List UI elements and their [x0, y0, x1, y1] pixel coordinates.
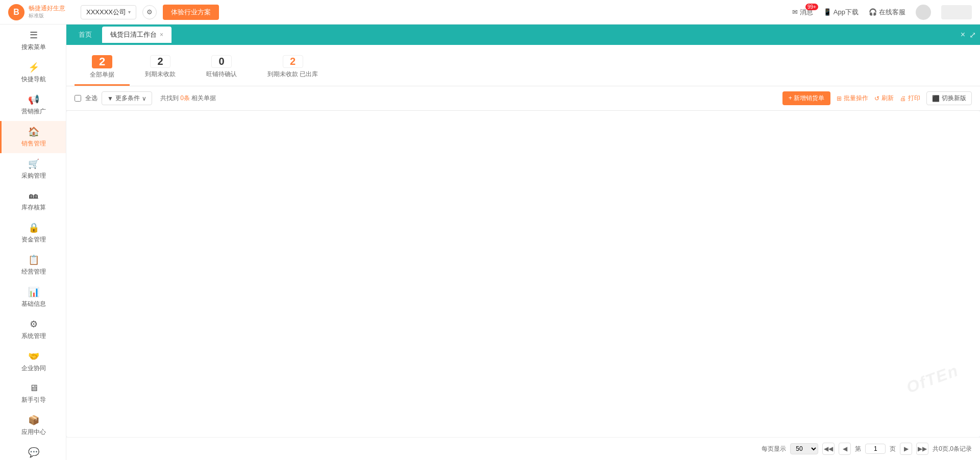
tab-active[interactable]: 钱货日清工作台 ×: [102, 27, 172, 43]
sidebar-item-quick-nav[interactable]: ⚡ 快捷导航: [0, 57, 66, 89]
sidebar-item-inventory[interactable]: 🏘 库存核算: [0, 185, 66, 217]
message-icon: ✉: [792, 8, 798, 16]
logo-area: B 畅捷通好生意 标准版: [8, 4, 75, 20]
sales-mgmt-icon: 🏠: [28, 126, 39, 137]
toolbar-right: + 新增销货单 ⊞ 批量操作 ↺ 刷新 🖨 打印 ⬛ 切换新版: [782, 91, 972, 105]
sidebar-item-basic-info[interactable]: 📊 基础信息: [0, 281, 66, 313]
filter-chevron-icon: ∨: [142, 95, 146, 102]
page-word: 第: [855, 445, 861, 453]
stat-num-overdue-out: 2: [283, 55, 303, 68]
sidebar-item-beginner-guide[interactable]: 🖥 新手引导: [0, 378, 66, 409]
sidebar-item-enterprise-wechat[interactable]: 💬 企业微信: [0, 442, 66, 460]
print-icon: 🖨: [900, 95, 906, 102]
sidebar-label: 基础信息: [21, 300, 46, 308]
sys-mgmt-icon: ⚙: [30, 319, 38, 330]
sidebar-label: 经营管理: [21, 268, 46, 276]
pagination-summary: 共0页,0条记录: [933, 445, 972, 453]
beginner-guide-icon: 🖥: [29, 383, 38, 394]
chevron-down-icon: ▾: [128, 9, 131, 15]
quick-nav-icon: ⚡: [28, 62, 39, 73]
message-button[interactable]: ✉ 消息 99+: [792, 8, 813, 17]
enterprise-collab-icon: 🤝: [28, 351, 39, 362]
stat-tab-overdue-out[interactable]: 2 到期未收款 已出库: [252, 51, 333, 86]
enterprise-wechat-icon: 💬: [28, 447, 39, 458]
table-area: [66, 111, 980, 437]
page-word2: 页: [890, 445, 896, 453]
found-num: 0条: [180, 94, 190, 102]
gear-icon: ⚙: [146, 8, 153, 16]
top-bar: B 畅捷通好生意 标准版 XXXXXX公司 ▾ ⚙ 体验行业方案 ✉ 消息 99…: [0, 0, 980, 25]
sidebar-item-app-center[interactable]: 📦 应用中心: [0, 409, 66, 442]
stat-tab-overdue[interactable]: 2 到期未收款: [130, 51, 191, 86]
stats-tabs: 2 全部单据 2 到期未收款 0 旺铺待确认 2 到期未收款 已出库: [66, 45, 980, 86]
print-button[interactable]: 🖨 打印: [900, 94, 920, 103]
inventory-icon: 🏘: [29, 190, 38, 201]
sidebar-item-operations[interactable]: 📋 经营管理: [0, 249, 66, 281]
settings-button[interactable]: ⚙: [142, 5, 157, 19]
sidebar-item-funds-mgmt[interactable]: 🔒 资金管理: [0, 217, 66, 249]
new-version-icon: ⬛: [932, 95, 940, 102]
switch-new-version-button[interactable]: ⬛ 切换新版: [926, 91, 972, 105]
funds-mgmt-icon: 🔒: [28, 222, 39, 233]
stat-label-all: 全部单据: [90, 70, 114, 79]
logo-badge: 标准版: [29, 12, 65, 19]
avatar[interactable]: [916, 5, 931, 20]
per-page-label: 每页显示: [762, 445, 786, 453]
top-bar-right: ✉ 消息 99+ 📱 App下载 🎧 在线客服: [792, 5, 972, 20]
filter-button[interactable]: ▼ 更多条件 ∨: [102, 91, 152, 105]
batch-operation-button[interactable]: ⊞ 批量操作: [837, 94, 868, 103]
first-page-button[interactable]: ◀◀: [822, 443, 835, 455]
next-page-button[interactable]: ▶: [900, 443, 912, 455]
sidebar: ☰ 搜索菜单 ⚡ 快捷导航 📢 营销推广 🏠 销售管理 🛒 采购管理 🏘 库存核…: [0, 25, 66, 460]
logo-text: 畅捷通好生意: [29, 5, 65, 13]
stat-label-overdue: 到期未收款: [145, 70, 176, 79]
found-text: 共找到 0条 相关单据: [160, 94, 216, 103]
marketing-icon: 📢: [28, 94, 39, 105]
user-info: [941, 5, 972, 19]
sidebar-item-sys-mgmt[interactable]: ⚙ 系统管理: [0, 313, 66, 346]
sidebar-label: 新手引导: [21, 396, 46, 404]
sidebar-label: 销售管理: [21, 139, 46, 148]
refresh-button[interactable]: ↺ 刷新: [874, 94, 894, 103]
company-name: XXXXXX公司: [86, 8, 126, 17]
sidebar-label: 系统管理: [21, 332, 46, 341]
sidebar-item-sales-mgmt[interactable]: 🏠 销售管理: [0, 121, 66, 153]
tab-close-icon[interactable]: ×: [160, 31, 163, 38]
maximize-button[interactable]: ⤢: [969, 30, 976, 40]
page-input[interactable]: [865, 444, 886, 454]
stat-num-overdue: 2: [150, 55, 170, 68]
sidebar-item-purchase-mgmt[interactable]: 🛒 采购管理: [0, 153, 66, 185]
prev-page-button[interactable]: ◀: [839, 443, 851, 455]
select-all-checkbox[interactable]: [75, 95, 81, 102]
sidebar-label: 应用中心: [21, 428, 46, 437]
download-icon: 📱: [823, 8, 831, 16]
sidebar-item-search-menu[interactable]: ☰ 搜索菜单: [0, 25, 66, 57]
tab-home[interactable]: 首页: [70, 27, 100, 43]
sidebar-label: 资金管理: [21, 235, 46, 244]
sidebar-label: 快捷导航: [21, 75, 46, 84]
per-page-select[interactable]: 20 50 100: [790, 443, 818, 454]
refresh-icon: ↺: [874, 95, 879, 102]
tabs-actions: × ⤢: [961, 30, 976, 40]
trial-button[interactable]: 体验行业方案: [163, 5, 219, 20]
sidebar-label: 企业协同: [21, 364, 46, 373]
stat-label-wangpai: 旺铺待确认: [206, 70, 237, 79]
sidebar-label: 搜索菜单: [21, 43, 46, 52]
toolbar: 全选 ▼ 更多条件 ∨ 共找到 0条 相关单据 + 新增销货单 ⊞ 批量操作 ↺…: [66, 86, 980, 111]
sidebar-item-enterprise-collab[interactable]: 🤝 企业协同: [0, 346, 66, 378]
stat-num-wangpai: 0: [211, 55, 232, 68]
service-icon: 🎧: [869, 8, 877, 16]
stat-tab-all[interactable]: 2 全部单据: [75, 51, 130, 86]
app-center-icon: 📦: [28, 415, 39, 426]
sidebar-item-marketing[interactable]: 📢 营销推广: [0, 89, 66, 121]
add-sales-order-button[interactable]: + 新增销货单: [782, 91, 830, 105]
company-selector[interactable]: XXXXXX公司 ▾: [81, 5, 136, 19]
minimize-button[interactable]: ×: [961, 30, 965, 40]
stat-tab-wangpai[interactable]: 0 旺铺待确认: [191, 51, 252, 86]
app-download-button[interactable]: 📱 App下载: [823, 8, 859, 17]
select-all-label: 全选: [85, 94, 97, 103]
pagination-bar: 每页显示 20 50 100 ◀◀ ◀ 第 页 ▶ ▶▶ 共0页,0条记录: [66, 437, 980, 460]
message-badge: 99+: [805, 4, 818, 10]
online-service-button[interactable]: 🎧 在线客服: [869, 8, 905, 17]
last-page-button[interactable]: ▶▶: [916, 443, 928, 455]
